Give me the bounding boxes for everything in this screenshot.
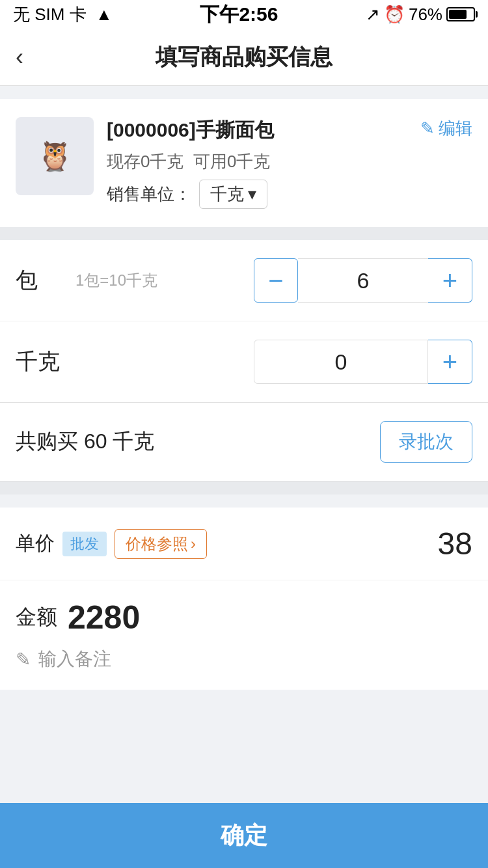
qty-row-kg: 千克 + (0, 321, 488, 402)
qty-plus-button-kg[interactable]: + (428, 340, 472, 384)
battery-icon (446, 7, 475, 21)
amount-section: 金额 2280 ✎ 输入备注 (0, 580, 488, 690)
nav-bar: ‹ 填写商品购买信息 (0, 29, 488, 86)
separator-2 (0, 481, 488, 495)
product-unit-row: 销售单位： 千克 ▾ (107, 180, 472, 209)
qty-input-bao[interactable] (298, 258, 428, 303)
battery-percent: 76% (409, 5, 442, 25)
location-icon: ↗ (366, 5, 380, 25)
qty-section-1: 包 1包=10千克 − + 千克 + (0, 240, 488, 402)
price-label: 单价 (16, 530, 55, 557)
product-name: [0000006]手撕面包 (107, 117, 472, 144)
remark-icon: ✎ (16, 649, 31, 670)
back-button[interactable]: ‹ (16, 44, 23, 71)
price-left: 单价 批发 价格参照 › (16, 529, 207, 559)
qty-control-kg: + (254, 340, 472, 384)
edit-button[interactable]: ✎ 编辑 (420, 117, 472, 140)
qty-minus-button[interactable]: − (254, 258, 298, 303)
price-value: 38 (438, 526, 472, 562)
qty-hint-bao: 1包=10千克 (75, 270, 254, 291)
qty-label-bao: 包 (16, 265, 68, 295)
product-info: [0000006]手撕面包 现存0千克 可用0千克 销售单位： 千克 ▾ (107, 117, 472, 209)
amount-row: 金额 2280 (16, 599, 472, 636)
price-tag: 批发 (62, 532, 107, 556)
qty-input-kg[interactable] (254, 340, 428, 384)
qty-plus-button-bao[interactable]: + (428, 258, 472, 303)
unit-label: 销售单位： (107, 183, 191, 206)
qty-row-bao: 包 1包=10千克 − + (0, 240, 488, 321)
status-bar: 无 SIM 卡 ▲ 下午2:56 ↗ ⏰ 76% (0, 0, 488, 29)
amount-label: 金额 (16, 603, 57, 632)
remark-text: 输入备注 (38, 647, 111, 671)
chevron-right-icon: › (191, 535, 196, 553)
product-stock: 现存0千克 可用0千克 (107, 150, 472, 173)
remark-row[interactable]: ✎ 输入备注 (16, 647, 472, 671)
product-thumbnail: 🦉 (16, 117, 94, 195)
qty-label-kg: 千克 (16, 347, 68, 377)
status-battery-area: ↗ ⏰ 76% (366, 5, 475, 25)
qty-control-bao: − + (254, 258, 472, 303)
page-spacer (0, 690, 488, 803)
total-text: 共购买 60 千克 (16, 427, 154, 456)
price-ref-button[interactable]: 价格参照 › (115, 529, 207, 559)
status-signal: 无 SIM 卡 ▲ (13, 3, 113, 26)
separator-1 (0, 227, 488, 240)
page-title: 填写商品购买信息 (156, 42, 332, 72)
unit-select[interactable]: 千克 ▾ (199, 180, 267, 209)
amount-value: 2280 (68, 599, 140, 636)
total-row: 共购买 60 千克 录批次 (0, 402, 488, 481)
edit-icon: ✎ (420, 118, 435, 139)
price-section: 单价 批发 价格参照 › 38 (0, 508, 488, 580)
confirm-label: 确定 (221, 820, 267, 852)
confirm-button[interactable]: 确定 (0, 803, 488, 868)
product-card: 🦉 [0000006]手撕面包 现存0千克 可用0千克 销售单位： 千克 ▾ ✎… (0, 99, 488, 227)
alarm-icon: ⏰ (384, 5, 405, 25)
batch-button[interactable]: 录批次 (380, 421, 472, 463)
chevron-down-icon: ▾ (248, 184, 256, 204)
status-time: 下午2:56 (200, 1, 278, 28)
